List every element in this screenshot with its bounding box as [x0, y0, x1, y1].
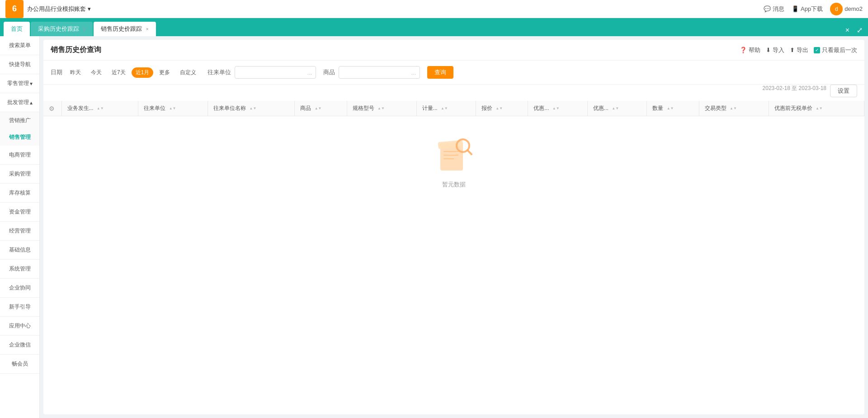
sidebar-finance-label: 资金管理 — [9, 209, 31, 215]
sidebar-item-purchase-mgmt[interactable]: 采购管理 — [0, 165, 39, 184]
sidebar-item-newbie-guide[interactable]: 新手引导 — [0, 298, 39, 317]
sidebar-item-quick-nav[interactable]: 快捷导航 — [0, 55, 39, 74]
import-icon: ⬇ — [766, 47, 771, 53]
sidebar-inventory-label: 库存核算 — [9, 190, 31, 196]
tab-purchase-label: 采购历史价跟踪 — [38, 25, 79, 33]
sidebar-enterprise-label: 企业协同 — [9, 285, 31, 291]
tab-purchase-history[interactable]: 采购历史价跟踪 × — [31, 22, 93, 36]
sidebar-item-search-menu[interactable]: 搜索菜单 — [0, 36, 39, 55]
message-icon: 💬 — [764, 5, 771, 12]
close-window-btn[interactable]: × — [844, 24, 851, 36]
app-name: 办公用品行业模拟账套 — [27, 5, 86, 13]
sidebar-item-inventory-check[interactable]: 库存核算 — [0, 184, 39, 203]
sort-counterpart-name[interactable]: ▲▼ — [249, 106, 256, 110]
date-btn-last1month[interactable]: 近1月 — [132, 67, 154, 78]
export-icon: ⬆ — [790, 47, 795, 53]
sidebar-item-app-center[interactable]: 应用中心 — [0, 317, 39, 336]
sort-goods[interactable]: ▲▼ — [315, 106, 322, 110]
expand-btn[interactable]: ⤢ — [855, 24, 864, 36]
message-btn[interactable]: 💬 消息 — [764, 5, 784, 13]
sidebar-item-operations-mgmt[interactable]: 经营管理 — [0, 222, 39, 241]
sidebar-item-retail-mgmt[interactable]: 零售管理 ▾ — [0, 74, 39, 93]
gear-icon[interactable]: ⚙ — [49, 105, 55, 112]
sort-quoted-price[interactable]: ▲▼ — [495, 106, 503, 110]
col-unit-label: 计量... — [422, 105, 438, 111]
tabbar: 首页 采购历史价跟踪 × 销售历史价跟踪 × × ⤢ — [0, 18, 868, 36]
counterpart-input[interactable]: ... — [235, 66, 316, 79]
sort-quantity[interactable]: ▲▼ — [667, 106, 674, 110]
sidebar-operations-label: 经营管理 — [9, 228, 31, 234]
sort-discount1[interactable]: ▲▼ — [552, 106, 560, 110]
col-trade-type: 交易类型 ▲▼ — [699, 101, 769, 116]
query-button[interactable]: 查询 — [427, 66, 453, 79]
date-btn-custom[interactable]: 自定义 — [176, 67, 200, 78]
filter-bar: 日期 昨天 今天 近7天 近1月 更多 自定义 往来单位 ... — [43, 61, 864, 85]
sidebar-item-marketing-promo[interactable]: 营销推广 — [0, 112, 39, 129]
app-download-btn[interactable]: 📱 App下载 — [792, 5, 823, 13]
sort-trade-type[interactable]: ▲▼ — [730, 106, 737, 110]
export-btn[interactable]: ⬆ 导出 — [790, 46, 808, 54]
help-btn[interactable]: ❓ 帮助 — [740, 46, 760, 54]
goods-dots: ... — [411, 69, 416, 76]
sort-unit[interactable]: ▲▼ — [441, 106, 448, 110]
sort-counterpart[interactable]: ▲▼ — [169, 106, 176, 110]
sidebar-item-basic-info[interactable]: 基础信息 — [0, 241, 39, 260]
col-goods-label: 商品 — [300, 105, 311, 111]
col-discount2: 优惠... ▲▼ — [587, 101, 646, 116]
goods-filter: 商品 ... — [323, 66, 420, 79]
user-profile[interactable]: d demo2 — [830, 3, 863, 15]
sidebar-ecommerce-label: 电商管理 — [9, 152, 31, 158]
sidebar-item-system-mgmt[interactable]: 系统管理 — [0, 260, 39, 279]
sort-spec[interactable]: ▲▼ — [377, 106, 385, 110]
data-table: ⚙ 业务发生... ▲▼ 往来单位 ▲▼ 往来单位名称 — [43, 101, 864, 116]
only-last-checkbox[interactable]: ✓ 只看最后一次 — [814, 46, 857, 54]
sidebar-item-finance-mgmt[interactable]: 资金管理 — [0, 203, 39, 222]
help-icon: ❓ — [740, 47, 747, 53]
sidebar-item-enterprise-agreement[interactable]: 企业协同 — [0, 279, 39, 298]
sidebar-retail-label: 零售管理 — [7, 80, 29, 87]
date-btn-yesterday[interactable]: 昨天 — [66, 67, 85, 78]
no-data-illustration — [434, 134, 474, 175]
counterpart-dots: ... — [307, 69, 312, 76]
sidebar-item-quick-nav-label: 快捷导航 — [9, 61, 31, 67]
date-btn-last7days[interactable]: 近7天 — [108, 67, 130, 78]
tab-home[interactable]: 首页 — [4, 22, 30, 36]
col-spec: 规格型号 ▲▼ — [347, 101, 416, 116]
goods-input[interactable]: ... — [339, 66, 420, 79]
topbar-right: 💬 消息 📱 App下载 d demo2 — [764, 3, 863, 15]
page-header-actions: ❓ 帮助 ⬇ 导入 ⬆ 导出 ✓ 只看最后一次 — [740, 46, 857, 60]
sidebar-basic-label: 基础信息 — [9, 247, 31, 253]
wholesale-arrow-icon: ▴ — [30, 100, 33, 106]
sidebar-item-wholesale-mgmt[interactable]: 批发管理 ▴ — [0, 93, 39, 112]
logo-icon: 6 — [12, 4, 17, 14]
user-name: demo2 — [844, 5, 863, 12]
import-btn[interactable]: ⬇ 导入 — [766, 46, 784, 54]
col-counterpart-name-label: 往来单位名称 — [213, 105, 246, 111]
date-range-display: 2023-02-18 至 2023-03-18 — [763, 85, 826, 97]
col-counterpart-label: 往来单位 — [144, 105, 165, 111]
sort-discount2[interactable]: ▲▼ — [612, 106, 619, 110]
tab-purchase-close[interactable]: × — [83, 26, 85, 32]
sort-pre-discount[interactable]: ▲▼ — [816, 106, 823, 110]
tab-sales-close[interactable]: × — [146, 26, 148, 32]
date-btn-more[interactable]: 更多 — [155, 67, 174, 78]
col-trade-type-label: 交易类型 — [705, 105, 726, 111]
col-quoted-price: 报价 ▲▼ — [476, 101, 528, 116]
sidebar-purchase-label: 采购管理 — [9, 171, 31, 177]
sidebar-item-ecommerce-mgmt[interactable]: 电商管理 — [0, 146, 39, 165]
settings-button[interactable]: 设置 — [830, 85, 857, 97]
dropdown-icon: ▾ — [88, 5, 91, 12]
sidebar-wechat-label: 企业微信 — [9, 342, 31, 348]
sidebar-sales-label: 销售管理 — [9, 134, 31, 140]
sort-biz-date[interactable]: ▲▼ — [97, 106, 104, 110]
counterpart-label: 往来单位 — [208, 68, 231, 76]
sidebar-item-member-club[interactable]: 畅会员 — [0, 355, 39, 374]
tab-sales-history[interactable]: 销售历史价跟踪 × — [94, 22, 156, 36]
sidebar-app-center-label: 应用中心 — [9, 323, 31, 329]
date-btn-today[interactable]: 今天 — [87, 67, 106, 78]
sidebar-item-enterprise-wechat[interactable]: 企业微信 — [0, 336, 39, 355]
sidebar-item-sales-mgmt[interactable]: 销售管理 — [0, 129, 39, 146]
app-selector[interactable]: 办公用品行业模拟账套 ▾ — [27, 5, 91, 13]
topbar-left: 6 办公用品行业模拟账套 ▾ — [5, 0, 91, 18]
counterpart-filter: 往来单位 ... — [208, 66, 316, 79]
